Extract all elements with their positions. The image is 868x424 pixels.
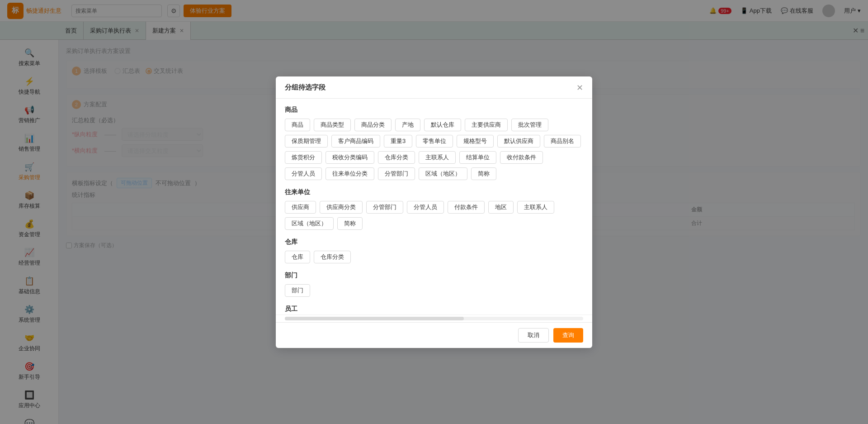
field-tag-tax-code[interactable]: 税收分类编码 — [326, 151, 374, 164]
field-tag-batch-mgmt[interactable]: 批次管理 — [511, 119, 548, 131]
field-tag-region-partner[interactable]: 区域（地区） — [285, 217, 334, 230]
group-warehouse-title: 仓库 — [285, 238, 583, 246]
field-tag-customer-code[interactable]: 客户商品编码 — [331, 135, 380, 148]
field-tag-spec-model[interactable]: 规格型号 — [457, 135, 494, 148]
group-partner-title: 往来单位 — [285, 188, 583, 196]
modal-footer: 取消 查询 — [276, 322, 592, 348]
field-tag-weight3[interactable]: 重量3 — [384, 135, 412, 148]
group-dept-title: 部门 — [285, 272, 583, 280]
modal-hscrollbar[interactable] — [285, 317, 583, 320]
field-tag-retail-unit[interactable]: 零售单位 — [416, 135, 453, 148]
modal-overlay: 分组待选字段 ✕ 商品 商品 商品类型 商品分类 产地 默认仓库 主要供应商 批… — [0, 0, 868, 424]
field-tag-payment-cond[interactable]: 付款条件 — [448, 201, 485, 214]
group-warehouse: 仓库 仓库 仓库分类 — [285, 238, 583, 263]
field-tag-dept-partner[interactable]: 分管部门 — [366, 201, 403, 214]
group-product-tags: 商品 商品类型 商品分类 产地 默认仓库 主要供应商 批次管理 保质期管理 客户… — [285, 119, 583, 180]
field-tag-supervisor[interactable]: 分管人员 — [285, 167, 322, 180]
modal-title: 分组待选字段 — [285, 83, 326, 92]
group-product-title: 商品 — [285, 106, 583, 114]
field-tag-warehouse[interactable]: 仓库 — [285, 251, 310, 263]
field-tag-supplier[interactable]: 供应商 — [285, 201, 316, 214]
field-tag-partner-category[interactable]: 往来单位分类 — [326, 167, 374, 180]
field-tag-product[interactable]: 商品 — [285, 119, 310, 131]
field-tag-origin[interactable]: 产地 — [395, 119, 420, 131]
field-tag-settlement-unit[interactable]: 结算单位 — [459, 151, 496, 164]
field-tag-warehouse-cat[interactable]: 仓库分类 — [314, 251, 351, 263]
group-partner: 往来单位 供应商 供应商分类 分管部门 分管人员 付款条件 地区 主联系人 区域… — [285, 188, 583, 230]
group-partner-tags: 供应商 供应商分类 分管部门 分管人员 付款条件 地区 主联系人 区域（地区） … — [285, 201, 583, 230]
field-tag-product-type[interactable]: 商品类型 — [314, 119, 351, 131]
field-tag-dept-responsible[interactable]: 分管部门 — [378, 167, 415, 180]
field-tag-supplier-category[interactable]: 供应商分类 — [320, 201, 363, 214]
group-employee: 员工 业务员 — [285, 305, 583, 314]
field-tag-main-supplier[interactable]: 主要供应商 — [465, 119, 508, 131]
field-tag-main-contact-partner[interactable]: 主联系人 — [517, 201, 554, 214]
modal-body[interactable]: 商品 商品 商品类型 商品分类 产地 默认仓库 主要供应商 批次管理 保质期管理… — [276, 99, 592, 314]
group-employee-title: 员工 — [285, 305, 583, 313]
group-dept-tags: 部门 — [285, 284, 583, 297]
group-warehouse-tags: 仓库 仓库分类 — [285, 251, 583, 263]
field-tag-default-warehouse[interactable]: 默认仓库 — [424, 119, 461, 131]
modal-close-button[interactable]: ✕ — [576, 83, 583, 93]
confirm-button[interactable]: 查询 — [553, 328, 583, 343]
field-tag-smelt-points[interactable]: 炼货积分 — [285, 151, 322, 164]
field-tag-main-contact[interactable]: 主联系人 — [419, 151, 456, 164]
field-tag-default-supplier[interactable]: 默认供应商 — [497, 135, 540, 148]
field-tag-area[interactable]: 地区 — [488, 201, 514, 214]
field-tag-region-product[interactable]: 区域（地区） — [419, 167, 467, 180]
field-tag-warehouse-category[interactable]: 仓库分类 — [378, 151, 415, 164]
field-tag-dept[interactable]: 部门 — [285, 284, 310, 297]
field-tag-product-category[interactable]: 商品分类 — [354, 119, 392, 131]
field-tag-abbr-partner[interactable]: 简称 — [337, 217, 363, 230]
group-product: 商品 商品 商品类型 商品分类 产地 默认仓库 主要供应商 批次管理 保质期管理… — [285, 106, 583, 180]
field-tag-product-alias[interactable]: 商品别名 — [544, 135, 581, 148]
modal-header: 分组待选字段 ✕ — [276, 76, 592, 99]
field-tag-supervisor-partner[interactable]: 分管人员 — [407, 201, 444, 214]
field-tag-abbr-product[interactable]: 简称 — [471, 167, 496, 180]
cancel-button[interactable]: 取消 — [518, 328, 549, 343]
field-tag-expiry-mgmt[interactable]: 保质期管理 — [285, 135, 328, 148]
group-dept: 部门 部门 — [285, 272, 583, 297]
field-select-modal: 分组待选字段 ✕ 商品 商品 商品类型 商品分类 产地 默认仓库 主要供应商 批… — [276, 76, 592, 348]
modal-scroll-area — [276, 314, 592, 322]
field-tag-payment-terms[interactable]: 收付款条件 — [500, 151, 543, 164]
